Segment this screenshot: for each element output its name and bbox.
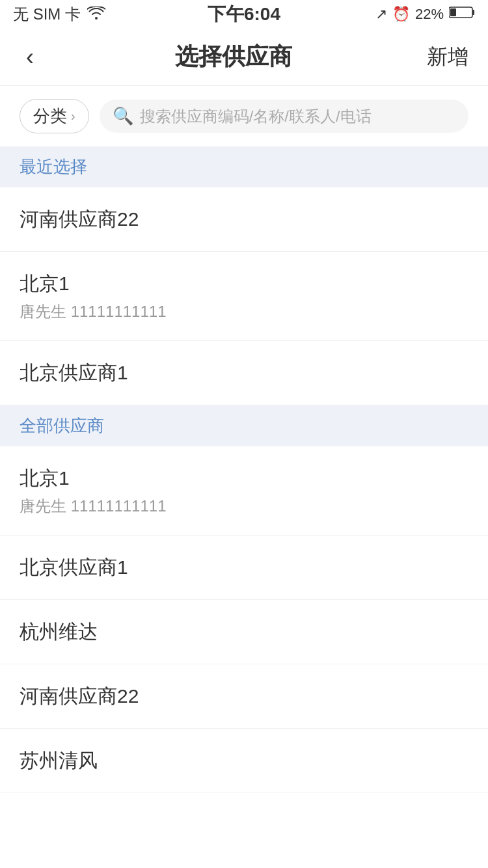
back-button[interactable]: ‹ <box>20 37 40 77</box>
new-action-button[interactable]: 新增 <box>427 43 468 72</box>
all-section-header: 全部供应商 <box>0 405 488 446</box>
recent-items-list: 河南供应商22北京1唐先生 11111111111北京供应商1 <box>0 187 488 405</box>
filter-bar: 分类 › 🔍 <box>0 86 488 146</box>
item-name: 北京供应商1 <box>20 359 468 387</box>
category-label: 分类 <box>33 105 67 128</box>
status-time: 下午6:04 <box>208 2 280 27</box>
list-item[interactable]: 苏州清风 <box>0 729 488 793</box>
all-section-label: 全部供应商 <box>20 416 104 435</box>
item-sub: 唐先生 11111111111 <box>20 301 468 322</box>
chevron-right-icon: › <box>71 109 75 124</box>
svg-rect-1 <box>472 10 474 15</box>
search-box: 🔍 <box>100 100 468 133</box>
item-name: 杭州维达 <box>20 618 468 645</box>
list-item[interactable]: 北京供应商1 <box>0 536 488 600</box>
list-item[interactable]: 河南供应商22 <box>0 187 488 252</box>
item-name: 北京1 <box>20 270 468 297</box>
battery-label: 22% <box>415 6 444 23</box>
list-item[interactable]: 北京1唐先生 11111111111 <box>0 252 488 341</box>
item-name: 北京供应商1 <box>20 554 468 581</box>
alarm-icon: ⏰ <box>392 6 410 23</box>
recent-section-label: 最近选择 <box>20 157 87 176</box>
category-filter-button[interactable]: 分类 › <box>20 99 89 133</box>
item-name: 河南供应商22 <box>20 206 468 233</box>
list-item[interactable]: 北京1唐先生 11111111111 <box>0 446 488 536</box>
battery-icon <box>449 6 475 23</box>
list-item[interactable]: 杭州维达 <box>0 600 488 664</box>
nav-title: 选择供应商 <box>175 41 292 73</box>
search-input[interactable] <box>140 107 455 126</box>
item-name: 苏州清风 <box>20 747 468 774</box>
list-item[interactable]: 北京供应商1 <box>0 341 488 405</box>
recent-section-header: 最近选择 <box>0 146 488 187</box>
item-name: 北京1 <box>20 465 468 492</box>
sim-label: 无 SIM 卡 <box>13 4 81 25</box>
wifi-icon <box>87 5 105 23</box>
list-item[interactable]: 河南供应商22 <box>0 664 488 729</box>
item-sub: 唐先生 11111111111 <box>20 496 468 517</box>
location-icon: ↗ <box>375 6 387 23</box>
status-left: 无 SIM 卡 <box>13 4 105 25</box>
status-right: ↗ ⏰ 22% <box>375 6 475 23</box>
status-bar: 无 SIM 卡 下午6:04 ↗ ⏰ 22% <box>0 0 488 29</box>
nav-bar: ‹ 选择供应商 新增 <box>0 29 488 86</box>
item-name: 河南供应商22 <box>20 683 468 710</box>
all-items-list: 北京1唐先生 11111111111北京供应商1杭州维达河南供应商22苏州清风 <box>0 446 488 793</box>
svg-rect-2 <box>450 8 456 16</box>
search-icon: 🔍 <box>113 106 133 126</box>
